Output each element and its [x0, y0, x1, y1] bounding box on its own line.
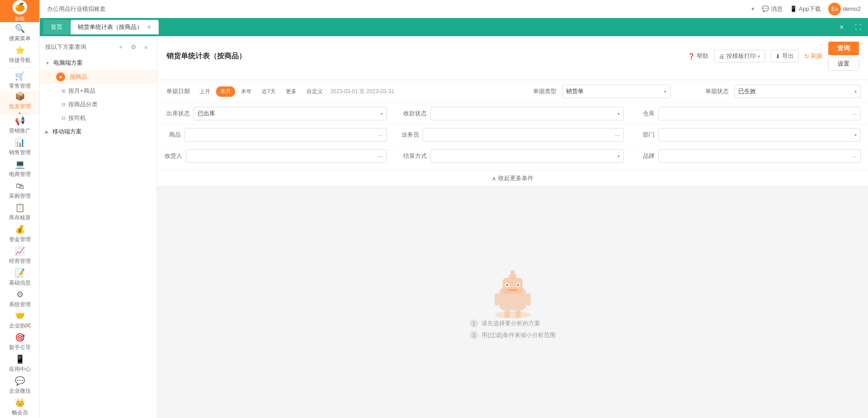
app-logo[interactable]: 🍊 标账	[0, 0, 40, 22]
sidebar-item-member[interactable]: 👑 畅会员	[0, 396, 40, 418]
doc-type-select[interactable]: 销货单 ▾	[562, 85, 670, 98]
date-shortcuts: 上月 本月 本年 近7天 更多 自定义 2023-03-01 至 2023-03…	[195, 86, 394, 97]
user-profile[interactable]: Ea demo2	[828, 3, 861, 15]
dept-select[interactable]: ▾	[658, 128, 861, 142]
sidebar-item-purchase[interactable]: 🛍 采购管理	[0, 180, 40, 201]
sidebar-item-operations[interactable]: 📈 经营管理	[0, 245, 40, 266]
receiver-dots-icon[interactable]: ···	[378, 153, 383, 160]
doc-type-label: 单据类型	[531, 87, 557, 95]
sidebar-item-label: 电商管理	[9, 171, 31, 178]
sidebar-item-marketing[interactable]: 📢 营销推广	[0, 115, 40, 137]
finance-icon: 💰	[15, 224, 25, 234]
tree-item-label: 按月+商品	[68, 87, 95, 95]
product-input[interactable]: ···	[184, 128, 387, 142]
collapse-filter-btn[interactable]: ∧ 收起更多条件	[157, 170, 868, 186]
filter-cell-settlement: 结算方式 ▾	[394, 146, 631, 166]
step-2-text: 用[过滤]条件来缩小分析范围	[481, 331, 555, 339]
sidebar-item-label: 经营管理	[9, 257, 31, 265]
product-label: 商品	[165, 131, 181, 139]
tree-mobile-label: 移动端方案	[52, 128, 82, 136]
export-btn[interactable]: ⬇ 导出	[770, 50, 799, 62]
payment-select[interactable]: ▾	[430, 107, 624, 120]
date-last-7-btn[interactable]: 近7天	[258, 86, 280, 97]
tab-home-label: 首页	[51, 23, 62, 31]
refresh-icon: ↻	[804, 53, 809, 60]
sidebar-item-sales[interactable]: 📊 销售管理	[0, 136, 40, 158]
main-area: 办公用品行业模拟账套 ▾ 💬 消息 📱 App下载 Ea demo2 首页 销货…	[40, 0, 868, 418]
breadcrumb-title: 办公用品行业模拟账套	[47, 5, 744, 13]
tab-bar: 首页 销货单统计表（按商品） ✕ ✕ ⛶	[40, 18, 868, 36]
sidebar-item-enterprise[interactable]: 🤝 企业协同	[0, 310, 40, 332]
tab-close-icon[interactable]: ✕	[147, 24, 151, 30]
sidebar-item-basic-info[interactable]: 📝 基础信息	[0, 266, 40, 288]
print-label: 按模板打印	[726, 52, 756, 60]
tree-expand-mobile-icon: ▶	[45, 129, 49, 134]
tree-pc-solutions[interactable]: ▼ 电脑端方案	[40, 56, 157, 70]
tree-item-label: 按司机	[68, 114, 86, 122]
payment-label: 收款状态	[401, 109, 427, 118]
sidebar-item-ecommerce[interactable]: 💻 电商管理	[0, 158, 40, 180]
message-icon: 💬	[762, 5, 769, 12]
panel-add-btn[interactable]: ＋	[115, 42, 126, 52]
panel-collapse-btn[interactable]: «	[141, 42, 151, 52]
sidebar-item-quick-nav[interactable]: ⭐ 快捷导航	[0, 44, 40, 66]
brand-label: 品牌	[638, 152, 655, 160]
sidebar-item-retail[interactable]: 🛒 零售管理	[0, 70, 40, 91]
brand-input[interactable]: ···	[658, 149, 861, 163]
settlement-select[interactable]: ▾	[430, 149, 624, 163]
sidebar-item-finance[interactable]: 💰 资金管理	[0, 223, 40, 245]
empty-step-1: 1 请先选择要分析的方案	[470, 319, 555, 328]
filter-settings-btn[interactable]: 设置	[828, 57, 859, 71]
wholesale-icon: 📦	[15, 91, 25, 101]
window-maximize-btn[interactable]: ⛶	[852, 21, 864, 33]
svg-rect-12	[509, 274, 516, 279]
tree-item-by-cashier[interactable]: ⊟ 按司机	[40, 111, 157, 125]
doc-status-value: 已生效	[738, 87, 756, 95]
outbound-value: 已出库	[198, 109, 215, 118]
sidebar-item-label: 库存核算	[9, 214, 31, 222]
date-last-month-btn[interactable]: 上月	[195, 86, 214, 97]
refresh-btn[interactable]: ↻ 刷新	[804, 52, 823, 60]
tree-mobile-solutions[interactable]: ▶ 移动端方案	[40, 125, 157, 138]
tab-sales-stat[interactable]: 销货单统计表（按商品） ✕	[71, 20, 159, 34]
template-print-btn[interactable]: 🖨 按模板打印 ▾	[714, 50, 765, 62]
salesperson-input[interactable]: ···	[423, 128, 624, 142]
date-label: 单据日期	[165, 87, 190, 95]
breadcrumb-dropdown-icon[interactable]: ▾	[751, 5, 755, 12]
warehouse-dots-icon[interactable]: ···	[852, 110, 857, 117]
step-1-num: 1	[470, 319, 478, 328]
tree-item-by-category[interactable]: ⊟ 按商品分类	[40, 98, 157, 111]
app-download-action[interactable]: 📱 App下载	[790, 5, 821, 13]
salesperson-dots-icon[interactable]: ···	[615, 132, 620, 138]
date-this-year-btn[interactable]: 本年	[237, 86, 256, 97]
sidebar-item-newbie[interactable]: 🎯 新手引导	[0, 331, 40, 353]
window-close-btn[interactable]: ✕	[835, 21, 848, 33]
sidebar-item-wechat[interactable]: 💬 企业微信	[0, 375, 40, 396]
tree-item-by-month-product[interactable]: ⊞ 按月+商品	[40, 84, 157, 98]
panel-settings-btn[interactable]: ⚙	[128, 42, 139, 52]
step-2-num: 2	[470, 331, 478, 339]
date-this-month-btn[interactable]: 本月	[216, 86, 235, 97]
brand-dots-icon[interactable]: ···	[852, 153, 857, 160]
product-dots-icon[interactable]: ···	[378, 132, 383, 138]
message-action[interactable]: 💬 消息	[762, 5, 783, 13]
help-btn[interactable]: ❓ 帮助	[688, 52, 708, 60]
sidebar-item-inventory[interactable]: 📋 库存核算	[0, 201, 40, 223]
settlement-chevron-icon: ▾	[618, 154, 620, 159]
sidebar-item-app-center[interactable]: 📱 应用中心	[0, 353, 40, 375]
tree-item-by-product[interactable]: ● 按商品	[40, 70, 157, 84]
sidebar-item-wholesale[interactable]: 📦 批发管理 ▲	[0, 91, 40, 115]
salesperson-label: 业务员	[401, 131, 419, 139]
sidebar-item-search-menu[interactable]: 🔍 搜索菜单	[0, 22, 40, 44]
outbound-select[interactable]: 已出库 ▾	[193, 107, 387, 120]
query-btn[interactable]: 查询	[828, 42, 859, 55]
tab-home[interactable]: 首页	[43, 20, 70, 34]
sidebar-item-label: 快捷导航	[9, 57, 31, 64]
warehouse-input[interactable]: ···	[658, 107, 861, 120]
user-name: demo2	[843, 5, 861, 12]
date-more-btn[interactable]: 更多	[282, 86, 301, 97]
receiver-input[interactable]: ···	[186, 149, 387, 163]
date-custom-btn[interactable]: 自定义	[302, 86, 327, 97]
sidebar-item-system[interactable]: ⚙ 系统管理	[0, 288, 40, 310]
doc-status-select[interactable]: 已生效 ▾	[734, 85, 861, 98]
